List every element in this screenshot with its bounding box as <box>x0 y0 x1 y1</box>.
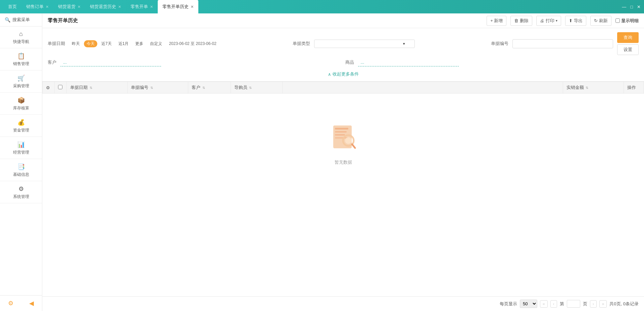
sidebar-item-inventory-label: 库存核算 <box>13 105 29 111</box>
inventory-icon: 📦 <box>17 97 25 104</box>
date-custom[interactable]: 自定义 <box>147 40 165 47</box>
sidebar-item-operations[interactable]: 📊 经营管理 <box>0 137 42 159</box>
collapse-label: 收起更多条件 <box>333 71 359 77</box>
tab-sales-order[interactable]: 销售订单 ✕ <box>21 0 53 13</box>
product-input[interactable]: ... <box>358 58 459 66</box>
column-checkbox[interactable] <box>55 82 67 94</box>
print-button[interactable]: 🖨 🖨 打印 打印 ▾ <box>536 16 561 26</box>
sidebar-item-finance-label: 资金管理 <box>13 127 29 133</box>
query-button[interactable]: 查询 <box>617 32 639 43</box>
sidebar-item-basic-info-label: 基础信息 <box>13 172 29 177</box>
sidebar-item-purchase[interactable]: 🛒 采购管理 <box>0 70 42 93</box>
sidebar-item-finance[interactable]: 💰 资金管理 <box>0 115 42 137</box>
date-today[interactable]: 今天 <box>84 40 97 47</box>
sidebar-item-system-label: 系统管理 <box>13 194 29 200</box>
sidebar-item-quicknav[interactable]: ⌂ 快捷导航 <box>0 27 42 48</box>
total-info: 共0页, 0条记录 <box>609 301 639 307</box>
export-button[interactable]: ⬆ 导出 <box>565 16 586 26</box>
tab-retail-order[interactable]: 零售开单 ✕ <box>126 0 158 13</box>
column-spacer <box>282 82 563 94</box>
page-header: 零售开单历史 + 新增 🗑 删除 🖨 🖨 打印 打印 ▾ ⬆ 导出 ↻ 刷新 显… <box>42 13 644 28</box>
date-shortcuts: 昨天 今天 近7天 近1月 更多 自定义 <box>69 40 165 47</box>
tab-retail-order-close[interactable]: ✕ <box>150 5 153 9</box>
svg-rect-1 <box>335 128 348 129</box>
bill-no-input[interactable] <box>512 39 613 48</box>
minimize-icon[interactable]: — <box>622 4 626 9</box>
column-amount-label: 实销金额 <box>566 85 584 90</box>
export-icon: ⬆ <box>569 18 573 23</box>
column-customer[interactable]: 客户 ⇅ <box>188 82 231 94</box>
empty-text: 暂无数据 <box>335 159 352 165</box>
tab-retail-history-close[interactable]: ✕ <box>191 5 194 9</box>
show-detail-label: 显示明细 <box>621 18 639 24</box>
column-action-label: 操作 <box>627 85 636 90</box>
collapse-up-icon: ∧ <box>328 72 331 77</box>
empty-state: 暂无数据 <box>43 94 644 192</box>
data-table: ⚙ 单据日期 ⇅ 单据编号 ⇅ 客户 <box>42 82 644 192</box>
empty-row: 暂无数据 <box>43 94 644 193</box>
tab-retail-order-label: 零售开单 <box>131 4 148 10</box>
sidebar-search[interactable]: 🔍 搜索采单 <box>0 13 42 27</box>
prev-page-button[interactable]: ‹ <box>550 300 557 308</box>
tab-sales-return[interactable]: 销货退货 ✕ <box>53 0 85 13</box>
page-label: 页 <box>583 301 587 307</box>
sidebar-settings-icon[interactable]: ⚙ <box>8 300 13 307</box>
column-salesperson[interactable]: 导购员 ⇅ <box>231 82 282 94</box>
customer-label: 客户 <box>48 59 56 65</box>
delete-button[interactable]: 🗑 删除 <box>510 16 532 26</box>
bill-type-select[interactable]: ▾ <box>314 40 415 48</box>
show-detail-checkbox-wrapper[interactable]: 显示明细 <box>615 18 639 24</box>
tab-home[interactable]: 首页 <box>3 0 21 13</box>
tab-home-label: 首页 <box>8 4 17 10</box>
last-page-button[interactable]: » <box>599 300 607 308</box>
date-1month[interactable]: 近1月 <box>116 40 132 47</box>
select-all-checkbox[interactable] <box>58 85 62 89</box>
page-number-input[interactable]: 1 <box>567 300 580 308</box>
pagination-bar: 每页显示 50 10 20 100 « ‹ 第 1 页 › » 共0页, 0条记… <box>42 296 644 311</box>
purchase-icon: 🛒 <box>17 74 25 82</box>
tab-sales-return-history-label: 销货退货历史 <box>90 4 116 10</box>
add-button[interactable]: + 新增 <box>487 16 506 26</box>
next-page-button[interactable]: › <box>590 300 597 308</box>
sidebar-item-system[interactable]: ⚙ 系统管理 <box>0 181 42 203</box>
tab-sales-return-close[interactable]: ✕ <box>78 5 81 9</box>
sidebar-item-sales[interactable]: 📋 销售管理 <box>0 48 42 70</box>
bill-no-sort-icon: ⇅ <box>150 86 153 90</box>
refresh-button[interactable]: ↻ 刷新 <box>590 16 611 26</box>
date-7days[interactable]: 近7天 <box>99 40 114 47</box>
sidebar-item-sales-label: 销售管理 <box>13 61 29 67</box>
sidebar-search-label: 搜索采单 <box>12 17 30 23</box>
sidebar-item-inventory[interactable]: 📦 库存核算 <box>0 93 42 115</box>
tab-retail-history[interactable]: 零售开单历史 ✕ <box>158 0 198 13</box>
svg-rect-2 <box>335 131 347 133</box>
basic-info-icon: 📑 <box>17 163 25 170</box>
product-label: 商品 <box>345 59 354 65</box>
collapse-button[interactable]: ∧ 收起更多条件 <box>328 71 359 77</box>
tab-sales-return-history[interactable]: 销货退货历史 ✕ <box>85 0 126 13</box>
customer-input[interactable]: ... <box>60 58 161 66</box>
column-bill-no[interactable]: 单据编号 ⇅ <box>128 82 188 94</box>
tab-sales-order-close[interactable]: ✕ <box>46 5 49 9</box>
operations-icon: 📊 <box>17 141 25 148</box>
column-date[interactable]: 单据日期 ⇅ <box>67 82 128 94</box>
column-amount[interactable]: 实销金额 ⇅ <box>563 82 624 94</box>
customer-dots: ... <box>63 60 67 65</box>
sidebar-item-basic-info[interactable]: 📑 基础信息 <box>0 159 42 181</box>
maximize-icon[interactable]: □ <box>630 4 633 9</box>
table-body: 暂无数据 <box>43 94 644 193</box>
column-settings[interactable]: ⚙ <box>43 82 55 94</box>
first-page-button[interactable]: « <box>540 300 548 308</box>
date-yesterday[interactable]: 昨天 <box>69 40 83 47</box>
page-size-select[interactable]: 50 10 20 100 <box>520 300 537 308</box>
date-more[interactable]: 更多 <box>133 40 146 47</box>
settings-button[interactable]: 设置 <box>617 44 639 55</box>
sidebar-collapse-icon[interactable]: ◀ <box>29 300 34 307</box>
bill-no-label: 单据编号 <box>491 41 508 47</box>
close-icon[interactable]: ✕ <box>637 4 641 9</box>
page-label-pre: 第 <box>560 301 564 307</box>
show-detail-checkbox[interactable] <box>615 18 620 23</box>
tab-sales-return-history-close[interactable]: ✕ <box>118 5 121 9</box>
product-dots: ... <box>361 60 364 65</box>
table-area: ⚙ 单据日期 ⇅ 单据编号 ⇅ 客户 <box>42 82 644 296</box>
date-label: 单据日期 <box>48 41 65 47</box>
